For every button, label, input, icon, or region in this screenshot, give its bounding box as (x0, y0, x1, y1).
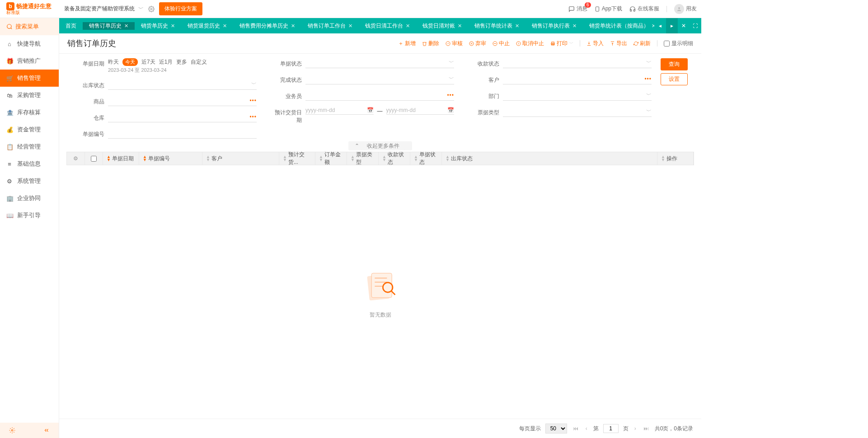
column-header[interactable]: ▲▼操作 (657, 152, 694, 165)
close-icon[interactable]: ✕ (406, 23, 410, 29)
sidebar-item[interactable]: 🏦库存核算 (0, 104, 59, 121)
show-detail-checkbox[interactable]: 显示明细 (664, 40, 693, 47)
settings-icon[interactable] (9, 427, 15, 433)
warehouse-picker[interactable]: ••• (108, 112, 257, 122)
date-quick-tabs[interactable]: 昨天今天近7天近1月更多自定义 (108, 58, 207, 66)
close-icon[interactable]: ✕ (572, 23, 577, 29)
user-menu[interactable]: 用友 (674, 4, 697, 14)
first-page[interactable]: ⏮ (572, 425, 580, 432)
complete-status-select[interactable]: ﹀ (305, 75, 454, 84)
export-button[interactable]: 导出 (610, 40, 627, 47)
date-quick-option[interactable]: 近1月 (159, 58, 173, 66)
column-header[interactable]: ▲▼收款状态 (379, 152, 410, 165)
tab-fullscreen[interactable] (690, 18, 701, 33)
goods-picker[interactable]: ••• (108, 96, 257, 106)
page-input[interactable] (603, 424, 619, 433)
expect-date-from[interactable]: yyyy-mm-dd📅 (305, 107, 374, 115)
gear-icon[interactable] (148, 6, 155, 12)
close-icon[interactable]: ✕ (652, 23, 654, 29)
close-icon[interactable]: ✕ (348, 23, 352, 29)
column-header[interactable]: ▲▼票据类型 (347, 152, 379, 165)
close-icon[interactable]: ✕ (458, 23, 462, 29)
tab[interactable]: 销货单历史✕ (135, 22, 181, 30)
date-quick-option[interactable]: 昨天 (108, 58, 119, 66)
audit-button[interactable]: 审核 (446, 40, 463, 47)
stop-button[interactable]: 中止 (493, 40, 510, 47)
service-button[interactable]: 在线客服 (629, 5, 659, 13)
column-header[interactable]: ▲▼客户 (202, 152, 279, 165)
receipt-status-select[interactable]: ﹀ (503, 58, 652, 68)
dept-select[interactable]: ﹀ (503, 91, 652, 101)
add-button[interactable]: ＋新增 (398, 40, 416, 47)
close-icon[interactable]: ✕ (515, 23, 519, 29)
search-menu[interactable]: 搜索菜单 (0, 18, 59, 35)
system-selector[interactable]: 装备及固定资产辅助管理系统 ﹀ (64, 5, 144, 13)
column-header[interactable]: ▲▼订单金额 (315, 152, 347, 165)
sidebar-item[interactable]: 🎁营销推广 (0, 52, 59, 70)
refresh-button[interactable]: 刷新 (633, 40, 651, 47)
column-header[interactable]: ▲▼单据日期 (103, 152, 139, 165)
sidebar-item[interactable]: 📋经营管理 (0, 138, 59, 155)
sidebar-item[interactable]: ⚙系统管理 (0, 172, 59, 190)
customer-picker[interactable]: ••• (503, 75, 652, 84)
collapse-sidebar-icon[interactable] (43, 427, 50, 433)
tab[interactable]: 钱货日清工作台✕ (359, 22, 416, 30)
tab[interactable]: 首页 (59, 22, 83, 30)
query-button[interactable]: 查询 (661, 58, 688, 70)
sidebar-item[interactable]: 📖新手引导 (0, 207, 59, 224)
column-header[interactable]: ▲▼预计交货... (279, 152, 315, 165)
column-header[interactable]: ▲▼出库状态 (442, 152, 657, 165)
column-header[interactable]: ▲▼单据编号 (139, 152, 202, 165)
select-all-checkbox[interactable] (85, 152, 103, 165)
sidebar-item[interactable]: 🛍采购管理 (0, 87, 59, 104)
sidebar-item[interactable]: 🏢企业协同 (0, 190, 59, 207)
date-quick-option[interactable]: 自定义 (191, 58, 207, 66)
column-header[interactable]: ▲▼单据状态 (410, 152, 442, 165)
tab[interactable]: 销售费用分摊单历史✕ (233, 22, 301, 30)
tab[interactable]: 销货退货历史✕ (181, 22, 233, 30)
settings-button[interactable]: 设置 (661, 73, 688, 85)
table-settings-icon[interactable]: ⚙ (67, 152, 85, 165)
tab-scroll-right[interactable]: ▸ (666, 18, 678, 33)
messages-button[interactable]: 消息 6 (568, 5, 587, 13)
expect-date-to[interactable]: yyyy-mm-dd📅 (386, 107, 455, 115)
close-icon[interactable]: ✕ (171, 23, 175, 29)
tab[interactable]: 销货单统计表（按商品）✕ (583, 22, 654, 30)
sidebar-item[interactable]: 🛒销售管理 (0, 70, 59, 87)
import-button[interactable]: 导入 (586, 40, 604, 47)
sidebar-item[interactable]: ⌂快捷导航 (0, 35, 59, 52)
tab[interactable]: 销售订单执行表✕ (525, 22, 583, 30)
close-icon[interactable]: ✕ (223, 23, 227, 29)
brand-edition: 标准版 (6, 9, 20, 16)
experience-button[interactable]: 体验行业方案 (159, 2, 202, 15)
close-icon[interactable]: ✕ (124, 23, 128, 29)
app-download-button[interactable]: App下载 (595, 5, 622, 13)
collapse-filters[interactable]: ⌃ 收起更多条件 (348, 141, 412, 150)
next-page[interactable]: › (633, 425, 638, 432)
last-page[interactable]: ⏭ (642, 425, 650, 432)
salesman-picker[interactable]: ••• (305, 91, 454, 101)
tab-close-all[interactable]: ✕ (678, 18, 690, 33)
abandon-button[interactable]: 弃审 (469, 40, 486, 47)
page-size-select[interactable]: 50 (545, 424, 567, 433)
tab[interactable]: 钱货日清对账✕ (416, 22, 468, 30)
tab[interactable]: 销售订单历史✕ (83, 22, 135, 30)
invoice-type-select[interactable]: ﹀ (503, 107, 652, 117)
filter-date-label: 单据日期 (73, 58, 104, 68)
unstop-button[interactable]: 取消中止 (516, 40, 544, 47)
tab[interactable]: 销售订单工作台✕ (301, 22, 359, 30)
date-quick-option[interactable]: 近7天 (141, 58, 155, 66)
delete-button[interactable]: 删除 (422, 40, 439, 47)
bill-no-input[interactable] (108, 129, 257, 139)
prev-page[interactable]: ‹ (584, 425, 589, 432)
sidebar-item[interactable]: ≡基础信息 (0, 155, 59, 172)
date-quick-option[interactable]: 今天 (122, 58, 138, 66)
bill-status-select[interactable]: ﹀ (305, 58, 454, 68)
close-icon[interactable]: ✕ (291, 23, 295, 29)
tab-scroll-left[interactable]: ◂ (654, 18, 666, 33)
date-quick-option[interactable]: 更多 (176, 58, 187, 66)
sidebar-item[interactable]: 💰资金管理 (0, 121, 59, 138)
tab[interactable]: 销售订单统计表✕ (468, 22, 525, 30)
print-button[interactable]: 打印﹀ (550, 40, 573, 47)
out-status-select[interactable]: ﹀ (108, 80, 257, 90)
